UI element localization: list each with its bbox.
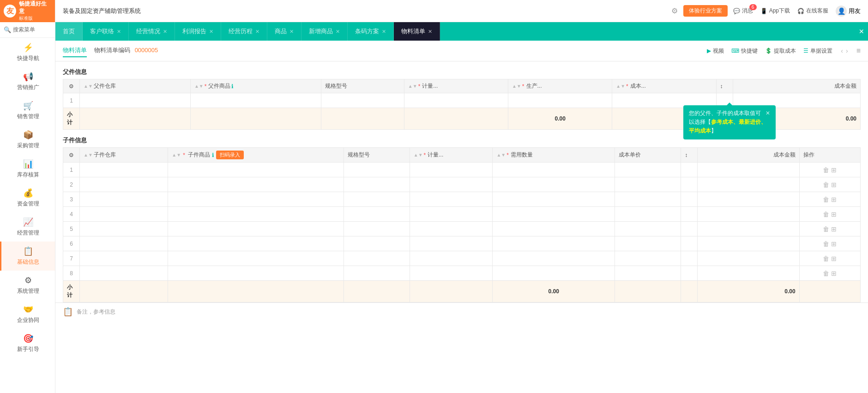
child-row-sort-2[interactable] [681, 192, 698, 207]
child-row-goods-0[interactable] [168, 163, 344, 177]
child-row-amount-2[interactable] [698, 192, 799, 207]
sidebar-item-purchase[interactable]: 📦 采购管理 [0, 125, 55, 154]
sort-icon-child-unit[interactable]: ▲▼ [414, 152, 423, 157]
tab-home[interactable]: 首页 [55, 22, 83, 41]
child-row-sort-5[interactable] [681, 236, 698, 251]
tab-bom[interactable]: 物料清单 ✕ [394, 22, 440, 41]
tab-profit[interactable]: 利润报告 ✕ [175, 22, 221, 41]
delete-icon-4[interactable]: 🗑 [823, 225, 829, 233]
delete-icon-3[interactable]: 🗑 [823, 211, 829, 218]
copy-icon-1[interactable]: ⊞ [831, 181, 837, 188]
copy-icon-5[interactable]: ⊞ [831, 240, 837, 248]
delete-icon-1[interactable]: 🗑 [823, 181, 829, 188]
tab-profit-close[interactable]: ✕ [209, 29, 213, 35]
child-row-unit-5[interactable] [410, 236, 493, 251]
tab-barcode[interactable]: 条码方案 ✕ [348, 22, 394, 41]
sidebar-item-system[interactable]: ⚙ 系统管理 [0, 271, 55, 300]
tab-bom-close[interactable]: ✕ [428, 29, 432, 35]
child-row-warehouse-3[interactable] [80, 207, 168, 222]
sort-icon-child-warehouse[interactable]: ▲▼ [84, 152, 93, 157]
tab-operation[interactable]: 经营情况 ✕ [129, 22, 175, 41]
delete-icon-6[interactable]: 🗑 [823, 255, 829, 262]
child-row-spec-6[interactable] [344, 251, 410, 266]
settings-action[interactable]: ☰ 单据设置 [803, 47, 832, 55]
tab-customer-close[interactable]: ✕ [117, 29, 121, 35]
child-row-unit-cost-5[interactable] [615, 236, 681, 251]
sidebar-item-marketing[interactable]: 📢 营销推广 [0, 67, 55, 96]
child-row-warehouse-7[interactable] [80, 266, 168, 281]
child-row-unit-cost-4[interactable] [615, 222, 681, 236]
tab-history-close[interactable]: ✕ [255, 29, 259, 35]
delete-icon-2[interactable]: 🗑 [823, 196, 829, 203]
child-row-amount-6[interactable] [698, 251, 799, 266]
child-row-spec-1[interactable] [344, 177, 410, 192]
tab-goods[interactable]: 商品 ✕ [267, 22, 301, 41]
child-row-goods-3[interactable] [168, 207, 344, 222]
sort-icon-child-quantity[interactable]: ▲▼ [496, 152, 506, 157]
sidebar-item-finance[interactable]: 💰 资金管理 [0, 183, 55, 212]
child-row-quantity-3[interactable] [493, 207, 615, 222]
tab-goods-close[interactable]: ✕ [289, 29, 294, 35]
copy-icon-3[interactable]: ⊞ [831, 211, 837, 218]
child-row-quantity-1[interactable] [493, 177, 615, 192]
child-row-quantity-5[interactable] [493, 236, 615, 251]
tab-newgoods[interactable]: 新增商品 ✕ [301, 22, 348, 41]
parent-row-produce[interactable] [508, 93, 612, 108]
sidebar-item-basic[interactable]: 📋 基础信息 [0, 242, 55, 271]
child-row-goods-7[interactable] [168, 266, 344, 281]
message-action[interactable]: 💬 消息 6 [733, 7, 753, 15]
cost-action[interactable]: 💲 提取成本 [765, 47, 796, 55]
delete-icon-0[interactable]: 🗑 [823, 166, 829, 174]
sort-icon-warehouse[interactable]: ▲▼ [84, 84, 93, 89]
child-row-unit-cost-7[interactable] [615, 266, 681, 281]
child-row-unit-cost-3[interactable] [615, 207, 681, 222]
child-row-unit-2[interactable] [410, 192, 493, 207]
child-row-sort-6[interactable] [681, 251, 698, 266]
child-row-sort-7[interactable] [681, 266, 698, 281]
child-row-goods-1[interactable] [168, 177, 344, 192]
sort-icon-goods[interactable]: ▲▼ [194, 84, 204, 89]
sort-icon-produce[interactable]: ▲▼ [512, 84, 521, 89]
child-row-spec-0[interactable] [344, 163, 410, 177]
child-row-quantity-0[interactable] [493, 163, 615, 177]
child-goods-info-icon[interactable]: ℹ [212, 152, 214, 158]
view-action[interactable]: ▶ 视频 [707, 47, 724, 55]
child-row-amount-3[interactable] [698, 207, 799, 222]
parent-row-warehouse[interactable] [80, 93, 191, 108]
child-row-amount-7[interactable] [698, 266, 799, 281]
child-row-spec-7[interactable] [344, 266, 410, 281]
child-row-quantity-6[interactable] [493, 251, 615, 266]
child-row-unit-cost-0[interactable] [615, 163, 681, 177]
child-row-goods-5[interactable] [168, 236, 344, 251]
child-row-goods-2[interactable] [168, 192, 344, 207]
parent-col-settings[interactable]: ⚙ [63, 79, 80, 93]
child-row-quantity-7[interactable] [493, 266, 615, 281]
tab-operation-close[interactable]: ✕ [163, 29, 167, 35]
copy-icon-0[interactable]: ⊞ [831, 166, 837, 174]
sidebar-search[interactable]: 🔍 搜索菜单 [0, 22, 55, 38]
child-row-amount-1[interactable] [698, 177, 799, 192]
app-download-action[interactable]: 📱 App下载 [760, 7, 790, 15]
copy-icon-2[interactable]: ⊞ [831, 196, 837, 203]
child-row-unit-6[interactable] [410, 251, 493, 266]
sidebar-item-quicknav[interactable]: ⚡ 快捷导航 [0, 38, 55, 67]
sidebar-item-guide[interactable]: 🎯 新手引导 [0, 329, 55, 358]
nav-prev[interactable]: ‹ [840, 46, 844, 55]
child-row-spec-3[interactable] [344, 207, 410, 222]
child-col-settings[interactable]: ⚙ [63, 148, 80, 163]
child-row-quantity-2[interactable] [493, 192, 615, 207]
sidebar-item-enterprise[interactable]: 🤝 企业协同 [0, 300, 55, 329]
child-row-unit-3[interactable] [410, 207, 493, 222]
child-row-warehouse-0[interactable] [80, 163, 168, 177]
trial-button[interactable]: 体验行业方案 [683, 5, 728, 17]
copy-icon-4[interactable]: ⊞ [831, 225, 837, 233]
subheader-tab-list[interactable]: 物料清单 [63, 44, 87, 57]
child-row-goods-4[interactable] [168, 222, 344, 236]
child-row-warehouse-6[interactable] [80, 251, 168, 266]
shortcut-action[interactable]: ⌨ 快捷键 [731, 47, 758, 55]
sort-icon-cost[interactable]: ▲▼ [616, 84, 625, 89]
parent-row-unit[interactable] [404, 93, 508, 108]
child-row-unit-1[interactable] [410, 177, 493, 192]
delete-icon-7[interactable]: 🗑 [823, 270, 829, 277]
child-row-warehouse-1[interactable] [80, 177, 168, 192]
